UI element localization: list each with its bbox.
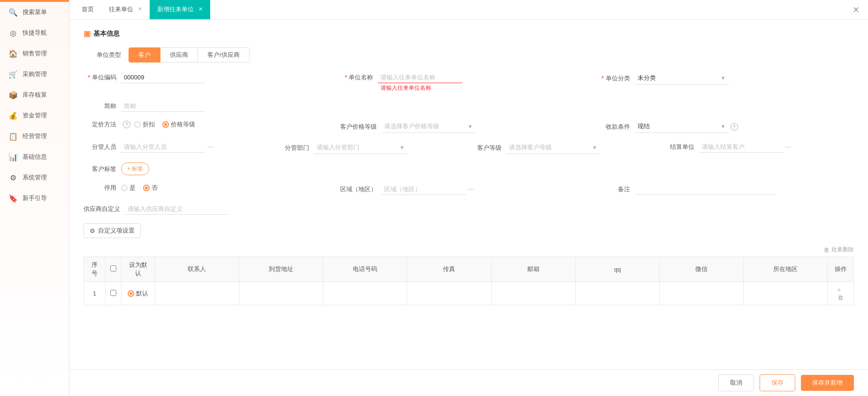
unit-type-customer-button[interactable]: 客户 <box>129 47 160 62</box>
customer-level-field: 客户等级 请选择客户等级 ▼ <box>469 141 662 154</box>
cell-action: ＋ 🗑 <box>828 282 854 305</box>
default-radio-circle <box>128 290 134 297</box>
cell-wechat[interactable] <box>660 282 744 305</box>
search-icon: 🔍 <box>8 8 18 17</box>
delete-row-btn[interactable]: 🗑 <box>838 294 844 301</box>
cancel-button[interactable]: 取消 <box>718 374 754 391</box>
gear-icon: ⚙ <box>90 227 95 234</box>
settlement-unit-more-btn[interactable]: ··· <box>784 143 793 151</box>
cell-address[interactable] <box>239 282 323 305</box>
disabled-yes-radio[interactable]: 是 <box>121 184 136 192</box>
sidebar-item-finance[interactable]: 💰 资金管理 <box>0 105 69 126</box>
col-phone: 电话号码 <box>323 257 407 282</box>
region-input[interactable] <box>381 184 466 195</box>
email-input[interactable] <box>496 290 571 297</box>
disabled-no-label: 否 <box>152 184 158 192</box>
save-button[interactable]: 保存 <box>760 374 795 391</box>
unit-type-label: 单位类型 <box>84 51 121 59</box>
row-region-input[interactable] <box>748 290 822 297</box>
custom-settings-button[interactable]: ⚙ 自定义项设置 <box>84 223 141 238</box>
default-radio-label: 默认 <box>136 289 148 298</box>
pricing-help-icon[interactable]: ? <box>123 121 130 128</box>
unit-type-both-button[interactable]: 客户/供应商 <box>198 47 250 62</box>
address-input[interactable] <box>244 290 318 297</box>
col-checkbox[interactable] <box>106 257 122 282</box>
settlement-unit-input[interactable] <box>699 141 784 153</box>
supplier-custom-input[interactable] <box>125 203 228 215</box>
sidebar-item-quicknav[interactable]: ◎ 快捷导航 <box>0 23 69 43</box>
payment-terms-select[interactable]: 现结 ▼ <box>635 120 729 133</box>
tab-new-unit[interactable]: 新增往来单位 ✕ <box>150 0 210 19</box>
batch-delete-label[interactable]: 批量删除 <box>831 246 854 254</box>
remarks-input[interactable] <box>635 184 776 195</box>
short-name-field: 简称 <box>84 101 854 112</box>
tab-home[interactable]: 首页 <box>74 0 101 19</box>
payment-terms-field: 收款条件 现结 ▼ ? <box>597 120 854 133</box>
add-row-btn[interactable]: ＋ <box>836 286 842 293</box>
customer-price-level-arrow: ▼ <box>467 124 472 129</box>
col-wechat: 微信 <box>660 257 744 282</box>
fax-input[interactable] <box>412 290 486 297</box>
pricing-discount-radio[interactable]: 折扣 <box>134 120 155 129</box>
contact-input[interactable] <box>160 290 234 297</box>
cell-phone[interactable] <box>323 282 407 305</box>
unit-type-row: 单位类型 客户 供应商 客户/供应商 <box>84 47 854 62</box>
pricing-level-radio[interactable]: 价格等级 <box>162 120 195 129</box>
sidebar-item-system-label: 系统管理 <box>23 173 47 182</box>
sidebar-item-finance-label: 资金管理 <box>23 111 47 120</box>
payment-terms-help-icon[interactable]: ? <box>731 123 738 131</box>
supplier-custom-label: 供应商自定义 <box>84 205 125 213</box>
save-new-button[interactable]: 保存并新增 <box>801 375 854 391</box>
pricing-method-field: 定价方法 ? 折扣 价格等级 <box>84 120 340 129</box>
qq-input[interactable] <box>580 290 655 297</box>
col-address: 到货地址 <box>239 257 323 282</box>
customer-price-level-select[interactable]: 请选择客户价格等级 ▼ <box>381 120 475 133</box>
inventory-icon: 📦 <box>8 90 18 100</box>
sidebar-item-basic[interactable]: 📊 基础信息 <box>0 147 69 167</box>
phone-input[interactable] <box>328 290 402 297</box>
region-more-btn[interactable]: ··· <box>466 185 476 194</box>
sidebar-item-search[interactable]: 🔍 搜索菜单 <box>0 2 69 23</box>
section-title-text: 基本信息 <box>93 30 120 38</box>
department-select[interactable]: 请输入分管部门 ▼ <box>314 141 408 154</box>
unit-name-input[interactable] <box>378 72 462 83</box>
short-name-input[interactable] <box>121 101 206 112</box>
row-checkbox[interactable] <box>110 290 116 296</box>
system-icon: ⚙ <box>8 173 18 182</box>
sidebar-item-guide[interactable]: 🔖 新手引导 <box>0 188 69 209</box>
pricing-discount-circle <box>134 121 141 128</box>
tab-bar: 首页 往来单位 ✕ 新增往来单位 ✕ ✕ <box>69 0 868 20</box>
add-tag-button[interactable]: + 标签 <box>121 163 149 175</box>
sidebar-item-sales[interactable]: 🏠 销售管理 <box>0 43 69 64</box>
sidebar-item-system[interactable]: ⚙ 系统管理 <box>0 167 69 188</box>
tab-new-unit-close[interactable]: ✕ <box>198 6 203 12</box>
customer-level-select[interactable]: 请选择客户等级 ▼ <box>506 141 600 154</box>
sidebar-item-inventory[interactable]: 📦 库存核算 <box>0 85 69 105</box>
unit-type-supplier-button[interactable]: 供应商 <box>160 47 198 62</box>
cell-qq[interactable] <box>575 282 659 305</box>
sidebar-item-purchase[interactable]: 🛒 采购管理 <box>0 64 69 85</box>
disabled-label: 停用 <box>84 184 121 192</box>
cell-fax[interactable] <box>407 282 491 305</box>
cell-region[interactable] <box>744 282 828 305</box>
remarks-field: 备注 <box>597 184 854 195</box>
disabled-no-radio[interactable]: 否 <box>143 184 158 192</box>
cell-email[interactable] <box>491 282 575 305</box>
select-all-checkbox[interactable] <box>110 265 116 272</box>
unit-category-select[interactable]: 未分类 ▼ <box>635 72 729 85</box>
supervisor-input[interactable] <box>121 141 206 153</box>
tab-units[interactable]: 往来单位 ✕ <box>101 0 150 19</box>
cell-checkbox[interactable] <box>106 282 122 305</box>
cell-contact[interactable] <box>155 282 239 305</box>
sidebar-item-operations[interactable]: 📋 经营管理 <box>0 126 69 147</box>
settlement-unit-label: 结算单位 <box>662 143 699 151</box>
form-row-shortname: 简称 <box>84 101 854 112</box>
supervisor-more-btn[interactable]: ··· <box>206 143 215 151</box>
unit-code-input[interactable] <box>121 72 206 83</box>
tab-units-close[interactable]: ✕ <box>138 6 142 12</box>
form-row-supervisor: 分管人员 ··· 分管部门 请输入分管部门 ▼ 客户等级 请选择客户等级 ▼ <box>84 141 854 154</box>
region-field: 区域（地区） ··· <box>340 184 597 195</box>
window-close-button[interactable]: ✕ <box>849 5 863 15</box>
wechat-input[interactable] <box>664 290 739 297</box>
cell-default[interactable]: 默认 <box>122 282 155 305</box>
